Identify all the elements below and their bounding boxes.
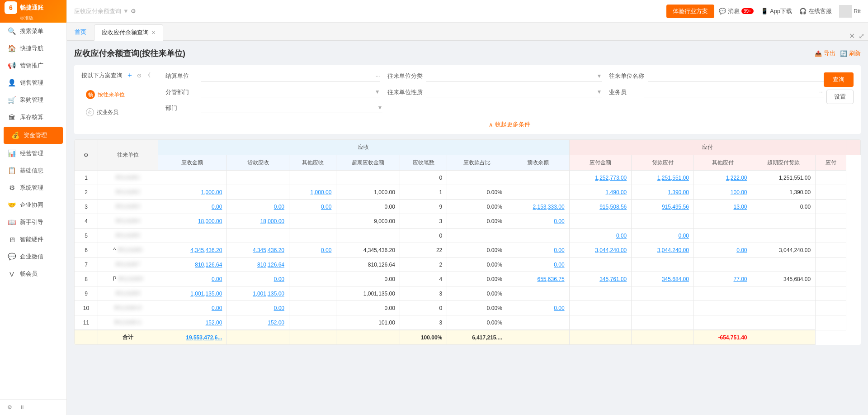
cell-loan-pay[interactable]: 0.00: [632, 229, 694, 243]
cell-rec-amount[interactable]: 4,345,436.20: [158, 243, 227, 258]
sidebar-item-marketing[interactable]: 📢 营销推广: [0, 57, 66, 74]
scheme-item-by-unit[interactable]: 畅 按往来单位: [81, 87, 151, 102]
cell-pay-suffix: [816, 272, 846, 286]
sidebar-settings-icon[interactable]: ⚙: [7, 404, 12, 410]
cell-advance-bal[interactable]: 0.00: [507, 258, 569, 272]
unit-category-select[interactable]: ▼: [426, 71, 602, 81]
cell-pay-amount[interactable]: 915,508.56: [569, 200, 632, 214]
th-receivable-ratio: 应收款占比: [447, 155, 507, 171]
cell-rec-amount[interactable]: 18,000.00: [158, 214, 227, 229]
cell-other-pay[interactable]: 77.00: [693, 272, 752, 286]
tab-home[interactable]: 首页: [67, 24, 94, 40]
tab-close-icon[interactable]: ✕: [151, 30, 156, 36]
cell-advance-bal[interactable]: 0.00: [507, 301, 569, 315]
sidebar-item-inventory[interactable]: 🏛 库存核算: [0, 109, 66, 126]
cell-pay-amount[interactable]: 1,490.00: [569, 185, 632, 200]
tab-close-all-icon[interactable]: ✕: [849, 32, 855, 40]
sidebar-collapse-icon[interactable]: ⏸: [19, 404, 25, 410]
cell-loan-rec[interactable]: 810,126.64: [227, 258, 289, 272]
sidebar-item-enterprise[interactable]: 🤝 企业协同: [0, 196, 66, 214]
cell-loan-pay[interactable]: 345,684.00: [632, 272, 694, 286]
cell-other-rec: [289, 229, 336, 243]
add-scheme-icon[interactable]: ＋: [126, 71, 133, 80]
cell-loan-pay[interactable]: 915,495.56: [632, 200, 694, 214]
cell-rec-amount[interactable]: 1,001,135.00: [158, 286, 227, 301]
sidebar-item-member[interactable]: V 畅会员: [0, 265, 66, 282]
footer-rec-amount[interactable]: 19,553,472,6...: [158, 330, 227, 345]
sidebar-item-operations[interactable]: 📊 经营管理: [0, 145, 66, 162]
department-select[interactable]: ▼: [201, 87, 380, 97]
cell-rec-amount[interactable]: 0.00: [158, 272, 227, 286]
cell-rec-amount[interactable]: 0.00: [158, 200, 227, 214]
gear-icon[interactable]: ⚙: [131, 8, 136, 14]
cell-loan-rec[interactable]: 0.00: [227, 272, 289, 286]
table-row: 7单位名称7810,126.64810,126.64810,126.6420.0…: [75, 258, 861, 272]
cell-rec-amount[interactable]: 0.00: [158, 301, 227, 315]
sidebar-item-basic-info[interactable]: 📋 基础信息: [0, 162, 66, 179]
unit-name-input[interactable]: [648, 71, 824, 81]
cell-other-pay[interactable]: 13.00: [693, 200, 752, 214]
online-service-button[interactable]: 🎧 在线客服: [799, 7, 832, 15]
cell-unit: 单位名称1: [98, 171, 158, 185]
app-download-button[interactable]: 📱 App下载: [761, 7, 792, 15]
messages-button[interactable]: 💬 消息 99+: [719, 7, 754, 15]
cell-pay-amount[interactable]: 345,761.00: [569, 272, 632, 286]
cell-other-rec: [289, 315, 336, 330]
cell-loan-rec[interactable]: 152.00: [227, 315, 289, 330]
sidebar-item-purchase[interactable]: 🛒 采购管理: [0, 91, 66, 109]
cell-loan-pay[interactable]: 3,044,240.00: [632, 243, 694, 258]
cell-pay-amount[interactable]: 1,252,773.00: [569, 171, 632, 185]
cell-advance-bal[interactable]: 2,153,333.00: [507, 200, 569, 214]
tab-expand-icon[interactable]: ⤢: [859, 32, 864, 40]
cell-other-pay[interactable]: 100.00: [693, 185, 752, 200]
cell-rec-ratio: 0.00%: [447, 185, 507, 200]
cell-other-pay[interactable]: 1,222.00: [693, 171, 752, 185]
sidebar-item-search-menu[interactable]: 🔍 搜索菜单: [0, 23, 66, 40]
cell-loan-rec[interactable]: 4,345,436.20: [227, 243, 289, 258]
dept-select[interactable]: ▼: [201, 103, 382, 113]
cell-loan-rec[interactable]: 18,000.00: [227, 214, 289, 229]
cell-advance-bal[interactable]: 655,636.75: [507, 272, 569, 286]
cell-loan-pay[interactable]: 1,251,551.00: [632, 171, 694, 185]
cell-other-rec[interactable]: 1,000.00: [289, 185, 336, 200]
cell-other-pay[interactable]: 0.00: [693, 243, 752, 258]
cell-loan-rec[interactable]: 0.00: [227, 301, 289, 315]
cell-other-rec[interactable]: 0.00: [289, 200, 336, 214]
sidebar-item-smart-hardware[interactable]: 🖥 智能硬件: [0, 231, 66, 248]
scheme-item-by-salesperson[interactable]: ⏱ 按业务员: [81, 105, 151, 119]
settlement-unit-input[interactable]: ···: [201, 71, 380, 81]
sidebar-item-system[interactable]: ⚙ 系统管理: [0, 179, 66, 196]
settings-button[interactable]: 设置: [826, 90, 854, 104]
scheme-more-icon[interactable]: 《: [145, 72, 151, 79]
unit-nature-select[interactable]: ▼: [426, 87, 602, 97]
sidebar-item-sales[interactable]: 👤 销售管理: [0, 74, 66, 91]
scheme-settings-icon[interactable]: ⊙: [137, 72, 142, 79]
salesperson-input[interactable]: ···: [644, 87, 824, 97]
cell-other-rec[interactable]: 0.00: [289, 243, 336, 258]
sidebar-item-quick-nav[interactable]: 🏠 快捷导航: [0, 40, 66, 57]
query-button[interactable]: 查询: [824, 72, 854, 87]
export-button[interactable]: 📤 导出: [815, 49, 835, 57]
tab-receivables[interactable]: 应收应付余额查询 ✕: [94, 24, 163, 41]
messages-label: 消息: [728, 7, 740, 15]
collapse-button[interactable]: ∧ 收起更多条件: [165, 120, 854, 129]
cell-rec-amount[interactable]: 152.00: [158, 315, 227, 330]
cell-loan-rec[interactable]: 0.00: [227, 200, 289, 214]
cell-advance-bal[interactable]: 0.00: [507, 243, 569, 258]
cell-rec-amount[interactable]: 810,126.64: [158, 258, 227, 272]
cell-advance-bal[interactable]: 0.00: [507, 214, 569, 229]
sidebar-item-finance[interactable]: 💰 资金管理: [4, 127, 63, 144]
cell-loan-rec[interactable]: 1,001,135.00: [227, 286, 289, 301]
cell-loan-pay[interactable]: 1,390.00: [632, 185, 694, 200]
sidebar-item-beginner[interactable]: 📖 新手引导: [0, 214, 66, 231]
cell-rec-amount[interactable]: 1,000.00: [158, 185, 227, 200]
table-settings-icon[interactable]: ⚙: [84, 152, 89, 158]
user-avatar[interactable]: Rit: [839, 5, 861, 18]
th-settings[interactable]: ⚙: [75, 140, 98, 171]
cell-other-pay: [693, 286, 752, 301]
cell-pay-amount[interactable]: 0.00: [569, 229, 632, 243]
sidebar-item-wechat[interactable]: 💬 企业微信: [0, 248, 66, 265]
solution-button[interactable]: 体验行业方案: [666, 5, 714, 18]
refresh-button[interactable]: 🔄 刷新: [840, 49, 861, 57]
cell-pay-amount[interactable]: 3,044,240.00: [569, 243, 632, 258]
